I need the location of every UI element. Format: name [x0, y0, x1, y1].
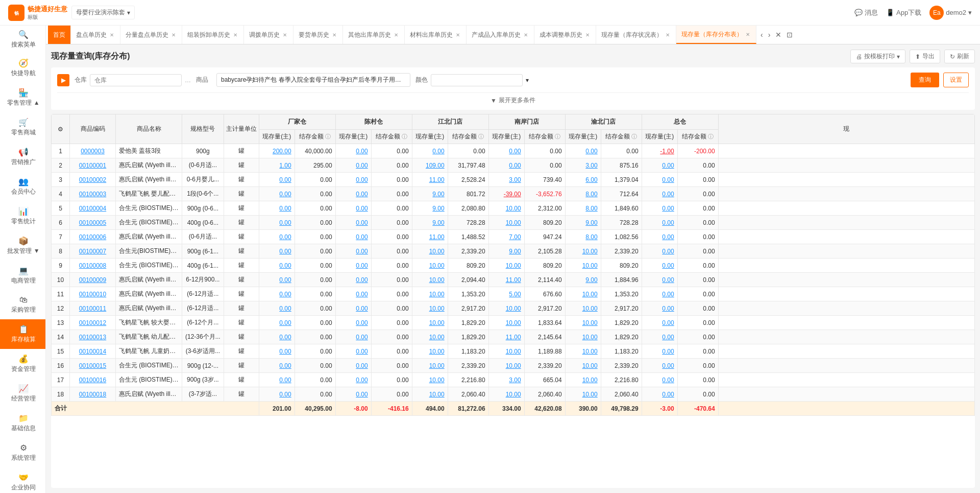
- row-factory-stock[interactable]: 0.00: [259, 344, 295, 359]
- row-jiangbei-stock[interactable]: 10.00: [412, 330, 448, 344]
- row-factory-stock[interactable]: 1.00: [259, 158, 295, 173]
- row-yuanbei-stock[interactable]: 10.00: [565, 316, 601, 330]
- expand-conditions-btn[interactable]: ▼ 展开更多条件: [491, 96, 535, 105]
- row-jiangbei-stock[interactable]: 10.00: [412, 259, 448, 273]
- row-factory-stock[interactable]: 0.00: [259, 259, 295, 273]
- query-btn[interactable]: 查询: [911, 73, 939, 87]
- user-avatar[interactable]: Ea demo2 ▾: [929, 6, 972, 20]
- row-code[interactable]: 00100007: [70, 244, 116, 259]
- row-nanmen-stock[interactable]: 10.00: [488, 259, 524, 273]
- row-code[interactable]: 00100016: [70, 373, 116, 387]
- info-icon-3[interactable]: ⓘ: [478, 133, 484, 140]
- row-yuanbei-stock[interactable]: 8.00: [565, 187, 601, 201]
- row-jiangbei-stock[interactable]: 10.00: [412, 244, 448, 259]
- tab-close[interactable]: ✕: [282, 32, 288, 38]
- row-total-stock[interactable]: -1.00: [642, 144, 677, 158]
- row-jiangbei-stock[interactable]: 9.00: [412, 201, 448, 216]
- row-jiangbei-stock[interactable]: 10.00: [412, 273, 448, 287]
- row-nanmen-stock[interactable]: 10.00: [488, 387, 524, 402]
- print-btn[interactable]: 🖨 按模板打印 ▾: [850, 50, 905, 63]
- row-factory-stock[interactable]: 0.00: [259, 316, 295, 330]
- row-total-stock[interactable]: 0.00: [642, 316, 677, 330]
- row-jiangbei-stock[interactable]: 10.00: [412, 387, 448, 402]
- export-btn[interactable]: ⬆ 导出: [910, 50, 940, 63]
- row-total-stock[interactable]: 0.00: [642, 273, 677, 287]
- tab-close[interactable]: ✕: [170, 32, 177, 38]
- sidebar-item-finance[interactable]: 💰 资金管理: [0, 349, 45, 379]
- row-code[interactable]: 00100003: [70, 187, 116, 201]
- row-code[interactable]: 00100002: [70, 173, 116, 187]
- row-yuanbei-stock[interactable]: 8.00: [565, 201, 601, 216]
- row-factory-stock[interactable]: 0.00: [259, 216, 295, 230]
- sidebar-item-retail[interactable]: 🏪 零售管理 ▲: [0, 83, 45, 112]
- row-yuanbei-stock[interactable]: 3.00: [565, 158, 601, 173]
- app-download-btn[interactable]: 📱 App下载: [886, 8, 921, 17]
- row-code[interactable]: 00100008: [70, 259, 116, 273]
- row-yuanbei-stock[interactable]: 10.00: [565, 301, 601, 316]
- warehouse-picker-btn[interactable]: …: [185, 77, 191, 84]
- row-nanmen-stock[interactable]: 10.00: [488, 216, 524, 230]
- row-chen-stock[interactable]: 0.00: [335, 387, 371, 402]
- tab-inventory-single[interactable]: 盘点单历史 ✕: [71, 26, 120, 44]
- sidebar-item-marketing[interactable]: 📢 营销推广: [0, 142, 45, 172]
- row-total-stock[interactable]: 0.00: [642, 373, 677, 387]
- row-yuanbei-stock[interactable]: 0.00: [565, 144, 601, 158]
- row-yuanbei-stock[interactable]: 9.00: [565, 273, 601, 287]
- row-yuanbei-stock[interactable]: 10.00: [565, 373, 601, 387]
- row-nanmen-stock[interactable]: 10.00: [488, 316, 524, 330]
- sidebar-item-system[interactable]: ⚙ 系统管理: [0, 438, 45, 467]
- row-jiangbei-stock[interactable]: 9.00: [412, 216, 448, 230]
- row-code[interactable]: 00100005: [70, 216, 116, 230]
- row-jiangbei-stock[interactable]: 10.00: [412, 316, 448, 330]
- row-factory-stock[interactable]: 0.00: [259, 173, 295, 187]
- row-factory-stock[interactable]: 0.00: [259, 287, 295, 301]
- row-nanmen-stock[interactable]: 11.00: [488, 330, 524, 344]
- industry-selector[interactable]: 母婴行业演示陈套 ▾: [71, 6, 135, 19]
- tab-inventory-sub[interactable]: 分量盘点单历史 ✕: [120, 26, 182, 44]
- sidebar-item-purchase[interactable]: 🛍 采购管理: [0, 290, 45, 319]
- row-code[interactable]: 00100006: [70, 230, 116, 244]
- sidebar-item-member[interactable]: 👥 会员中心: [0, 172, 45, 201]
- row-chen-stock[interactable]: 0.00: [335, 187, 371, 201]
- row-nanmen-stock[interactable]: 5.00: [488, 287, 524, 301]
- row-total-stock[interactable]: 0.00: [642, 158, 677, 173]
- tab-close[interactable]: ✕: [745, 31, 751, 38]
- row-yuanbei-stock[interactable]: 10.00: [565, 259, 601, 273]
- row-chen-stock[interactable]: 0.00: [335, 373, 371, 387]
- row-total-stock[interactable]: 0.00: [642, 259, 677, 273]
- tab-stock-status[interactable]: 现存量（库存状况表）✕: [596, 26, 676, 44]
- message-btn[interactable]: 💬 消息: [854, 8, 878, 17]
- info-icon-6[interactable]: ⓘ: [708, 133, 714, 140]
- tab-material-out[interactable]: 材料出库单历史 ✕: [405, 26, 467, 44]
- tab-product-in[interactable]: 产成品入库单历史 ✕: [467, 26, 534, 44]
- row-yuanbei-stock[interactable]: 9.00: [565, 216, 601, 230]
- row-chen-stock[interactable]: 0.00: [335, 216, 371, 230]
- row-yuanbei-stock[interactable]: 10.00: [565, 387, 601, 402]
- row-jiangbei-stock[interactable]: 9.00: [412, 187, 448, 201]
- row-chen-stock[interactable]: 0.00: [335, 359, 371, 373]
- tab-prev-btn[interactable]: ‹: [758, 30, 765, 40]
- row-total-stock[interactable]: 0.00: [642, 173, 677, 187]
- row-nanmen-stock[interactable]: 10.00: [488, 359, 524, 373]
- row-chen-stock[interactable]: 0.00: [335, 201, 371, 216]
- tab-stock-dist[interactable]: 现存量（库存分布表）✕: [676, 26, 756, 44]
- row-nanmen-stock[interactable]: 10.00: [488, 344, 524, 359]
- tab-requisition[interactable]: 要货单历史 ✕: [293, 26, 343, 44]
- row-chen-stock[interactable]: 0.00: [335, 287, 371, 301]
- sidebar-item-enterprise[interactable]: 🤝 企业协同: [0, 467, 45, 493]
- row-nanmen-stock[interactable]: 7.00: [488, 230, 524, 244]
- row-nanmen-stock[interactable]: 10.00: [488, 301, 524, 316]
- setting-btn[interactable]: 设置: [943, 73, 969, 87]
- row-factory-stock[interactable]: 0.00: [259, 301, 295, 316]
- row-yuanbei-stock[interactable]: 6.00: [565, 173, 601, 187]
- row-yuanbei-stock[interactable]: 10.00: [565, 330, 601, 344]
- goods-value-display[interactable]: babycare孕妇待产包 春季入院全套母子组合孕妇产后冬季月子用品 22件套 …: [216, 73, 410, 87]
- sidebar-item-retail-mall[interactable]: 🛒 零售商城: [0, 112, 45, 142]
- row-yuanbei-stock[interactable]: 10.00: [565, 359, 601, 373]
- row-factory-stock[interactable]: 0.00: [259, 230, 295, 244]
- tab-expand-btn[interactable]: ⊡: [785, 30, 795, 40]
- sidebar-item-nav[interactable]: 🧭 快捷导航: [0, 53, 45, 83]
- row-total-stock[interactable]: 0.00: [642, 216, 677, 230]
- info-icon-2[interactable]: ⓘ: [402, 133, 407, 140]
- info-icon-5[interactable]: ⓘ: [631, 133, 637, 140]
